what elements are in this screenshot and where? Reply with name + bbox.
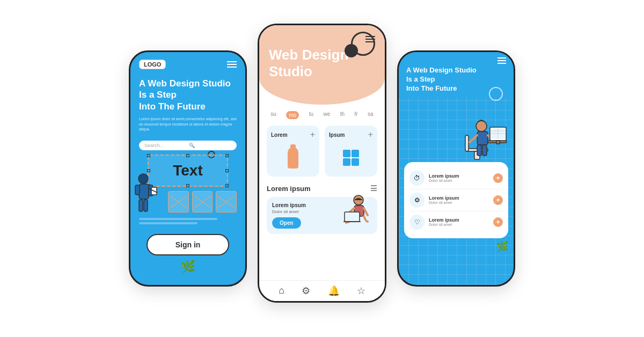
list-item-title-3: Lorem ipsum: [429, 217, 489, 223]
svg-rect-1: [139, 184, 149, 199]
phone-mockup-3: A Web Design Studio Is a Step Into The F…: [397, 50, 515, 287]
list-icon-2: ⚙: [409, 193, 425, 208]
day-sa[interactable]: sa: [368, 111, 374, 119]
wireframe-x-3: [216, 192, 236, 212]
list-icon-1: ⏱: [409, 171, 425, 186]
handle-tr[interactable]: [225, 154, 229, 157]
svg-line-11: [364, 208, 368, 215]
wireframe-box-1: [168, 191, 189, 213]
hamburger-icon-1[interactable]: [227, 61, 237, 68]
phone-mockup-2: Web Design Studio su mo tu we th fr sa L…: [258, 24, 386, 303]
svg-point-0: [138, 174, 148, 184]
main-container: LOGO A Web Design Studio Is a Step Into …: [0, 0, 644, 337]
plant-icon: 🌿: [496, 241, 508, 252]
bottom-navigation: ⌂ ⚙ 🔔 ☆: [259, 280, 385, 301]
card-ipsum-header: Ipsum +: [329, 130, 373, 140]
plant-decoration-1: 🌿: [130, 260, 245, 276]
wireframe-area: [130, 189, 245, 215]
list-item-add-3[interactable]: +: [493, 217, 503, 227]
day-mo[interactable]: mo: [286, 111, 299, 119]
phone3-header-top: [406, 57, 506, 64]
list-item-add-2[interactable]: +: [493, 195, 503, 205]
person-illustration-2: [338, 195, 373, 232]
lorem-section: Lorem ipsum ☰ Lorem ipsum Dolor sit amet…: [259, 180, 385, 238]
list-icon-3: ♡: [409, 215, 425, 230]
calendar-days: su mo tu we th fr sa: [259, 105, 385, 122]
phone-mockup-1: LOGO A Web Design Studio Is a Step Into …: [129, 50, 247, 287]
nav-notification-icon[interactable]: 🔔: [328, 285, 340, 297]
svg-rect-2: [135, 185, 140, 195]
nav-settings-icon[interactable]: ⚙: [302, 285, 310, 297]
nav-home-icon[interactable]: ⌂: [279, 285, 284, 297]
person-illustration-3: [456, 111, 509, 172]
svg-rect-12: [345, 212, 360, 222]
svg-rect-16: [465, 135, 469, 151]
lorem-section-header: Lorem ipsum ☰: [267, 184, 377, 193]
hamburger-icon-3[interactable]: [497, 57, 506, 64]
svg-rect-21: [477, 145, 481, 156]
handle-bc[interactable]: [186, 184, 189, 187]
card-ipsum-label: Ipsum: [329, 132, 345, 138]
list-item-title-1: Lorem ipsum: [429, 173, 489, 179]
svg-rect-6: [144, 200, 148, 211]
lorem-card-subtitle: Dolor sit amet: [272, 209, 306, 214]
card-lorem-label: Lorem: [271, 132, 288, 138]
grid-icon: [343, 150, 359, 166]
timer-icon: ⏱: [414, 174, 420, 182]
svg-line-19: [470, 135, 477, 142]
lorem-card-content: Lorem ipsum Dolor sit amet Open: [272, 202, 306, 229]
card-ipsum-icon-area: [329, 143, 373, 172]
gear-list-icon: ⚙: [414, 196, 420, 204]
phone1-headline: A Web Design Studio Is a Step Into The F…: [139, 78, 237, 112]
heart-icon: ♡: [414, 218, 420, 226]
card-lorem-plus[interactable]: +: [310, 130, 315, 140]
search-icon: 🔍: [189, 143, 231, 148]
list-item-3[interactable]: ♡ Lorem ipsum Dolor sit amet +: [409, 211, 503, 233]
day-su[interactable]: su: [270, 111, 276, 119]
svg-rect-18: [477, 131, 488, 145]
list-item-subtitle-3: Dolor sit amet: [429, 223, 489, 226]
card-ipsum[interactable]: Ipsum +: [325, 126, 377, 177]
sign-in-button[interactable]: Sign in: [147, 234, 229, 255]
phone1-body-text: Lorem ipsum dolor sit amet,consectetur a…: [139, 116, 237, 132]
svg-rect-5: [139, 200, 143, 211]
day-we[interactable]: we: [323, 111, 330, 119]
handle-br[interactable]: [225, 184, 229, 187]
circle-decoration-2: [345, 44, 358, 57]
person-illustration-1: [133, 172, 167, 220]
lorem-section-menu-icon[interactable]: ☰: [370, 184, 377, 193]
wireframe-box-3: [216, 191, 237, 213]
phone3-list-area: ⏱ Lorem ipsum Dolor sit amet + ⚙ Lorem i…: [404, 162, 508, 238]
lorem-section-title: Lorem ipsum: [267, 185, 311, 193]
list-item-text-2: Lorem ipsum Dolor sit amet: [429, 195, 489, 204]
card-lorem[interactable]: Lorem +: [267, 126, 319, 177]
phone3-header: A Web Design Studio Is a Step Into The F…: [399, 52, 514, 98]
list-item-subtitle-2: Dolor sit amet: [429, 201, 489, 204]
handle-mr[interactable]: [225, 169, 229, 172]
list-item-text-1: Lorem ipsum Dolor sit amet: [429, 173, 489, 182]
day-th[interactable]: th: [340, 111, 345, 119]
list-item-add-1[interactable]: +: [493, 173, 503, 183]
nav-favorite-icon[interactable]: ☆: [357, 285, 365, 297]
phone1-search-bar[interactable]: Search... 🔍: [139, 141, 237, 150]
list-item-text-3: Lorem ipsum Dolor sit amet: [429, 217, 489, 226]
circle-outline-icon: [489, 87, 503, 101]
wireframe-x-1: [169, 192, 188, 212]
text-label: Text: [173, 162, 203, 179]
day-fr[interactable]: fr: [355, 111, 358, 119]
wireframe-x-2: [193, 192, 213, 212]
card-ipsum-plus[interactable]: +: [368, 130, 373, 140]
phone1-header: LOGO: [130, 52, 245, 74]
list-item-title-2: Lorem ipsum: [429, 195, 489, 201]
lorem-card: Lorem ipsum Dolor sit amet Open: [267, 197, 377, 234]
open-button[interactable]: Open: [272, 217, 301, 229]
logo-badge: LOGO: [139, 60, 166, 69]
list-item-2[interactable]: ⚙ Lorem ipsum Dolor sit amet +: [409, 189, 503, 211]
plant-decoration-3: 🌿: [399, 238, 514, 254]
lorem-card-title: Lorem ipsum: [272, 202, 306, 208]
list-item-subtitle-1: Dolor sit amet: [429, 179, 489, 182]
day-tu[interactable]: tu: [309, 111, 313, 119]
handle-tl[interactable]: [147, 154, 150, 157]
phone2-header: Web Design Studio: [259, 25, 385, 105]
handle-tc[interactable]: [186, 154, 189, 157]
